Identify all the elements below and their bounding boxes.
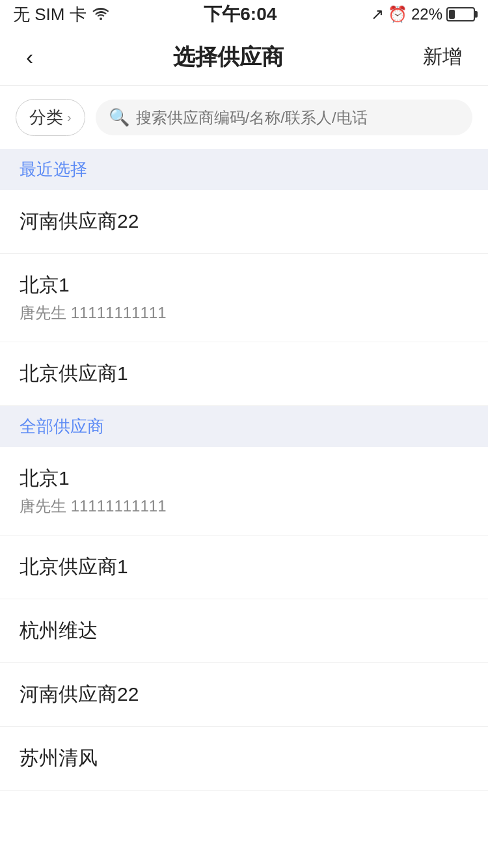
item-name: 河南供应商22 bbox=[20, 208, 468, 235]
search-input-wrap: 🔍 bbox=[96, 100, 472, 135]
nav-bar: ‹ 选择供应商 新增 bbox=[0, 29, 488, 86]
recent-list: 河南供应商22北京1唐先生 11111111111北京供应商1 bbox=[0, 190, 488, 406]
item-sub: 唐先生 11111111111 bbox=[20, 303, 468, 323]
search-bar: 分类 › 🔍 bbox=[0, 86, 488, 149]
back-button[interactable]: ‹ bbox=[20, 38, 40, 76]
list-item[interactable]: 北京1唐先生 11111111111 bbox=[0, 447, 488, 536]
status-bar: 无 SIM 卡 下午6:04 ↗ ⏰ 22% bbox=[0, 0, 488, 29]
all-section-header: 全部供应商 bbox=[0, 406, 488, 447]
list-item[interactable]: 苏州清风 bbox=[0, 727, 488, 791]
status-time: 下午6:04 bbox=[204, 2, 277, 27]
list-item[interactable]: 北京1唐先生 11111111111 bbox=[0, 254, 488, 342]
list-item[interactable]: 北京供应商1 bbox=[0, 536, 488, 599]
sim-status: 无 SIM 卡 bbox=[13, 3, 87, 26]
item-sub: 唐先生 11111111111 bbox=[20, 496, 468, 517]
alarm-icon: ⏰ bbox=[388, 5, 407, 23]
list-item[interactable]: 北京供应商1 bbox=[0, 342, 488, 406]
status-left: 无 SIM 卡 bbox=[13, 3, 110, 26]
list-item[interactable]: 杭州维达 bbox=[0, 599, 488, 663]
search-input[interactable] bbox=[136, 109, 459, 127]
list-item[interactable]: 河南供应商22 bbox=[0, 663, 488, 727]
item-name: 北京供应商1 bbox=[20, 360, 468, 387]
category-button[interactable]: 分类 › bbox=[16, 99, 85, 136]
item-name: 河南供应商22 bbox=[20, 681, 468, 708]
chevron-right-icon: › bbox=[67, 110, 72, 125]
item-name: 北京供应商1 bbox=[20, 554, 468, 580]
list-item[interactable]: 河南供应商22 bbox=[0, 190, 488, 254]
item-name: 北京1 bbox=[20, 465, 468, 492]
recent-section-header: 最近选择 bbox=[0, 149, 488, 190]
add-button[interactable]: 新增 bbox=[416, 37, 468, 77]
location-icon: ↗ bbox=[371, 5, 384, 23]
battery-icon bbox=[446, 7, 475, 21]
item-name: 苏州清风 bbox=[20, 745, 468, 772]
item-name: 杭州维达 bbox=[20, 617, 468, 644]
all-list: 北京1唐先生 11111111111北京供应商1杭州维达河南供应商22苏州清风 bbox=[0, 447, 488, 791]
wifi-icon bbox=[92, 5, 110, 25]
status-right: ↗ ⏰ 22% bbox=[371, 5, 475, 23]
item-name: 北京1 bbox=[20, 272, 468, 299]
page-title: 选择供应商 bbox=[173, 42, 284, 72]
search-icon: 🔍 bbox=[109, 107, 129, 128]
battery-percent: 22% bbox=[411, 5, 442, 23]
category-label: 分类 bbox=[29, 106, 63, 129]
